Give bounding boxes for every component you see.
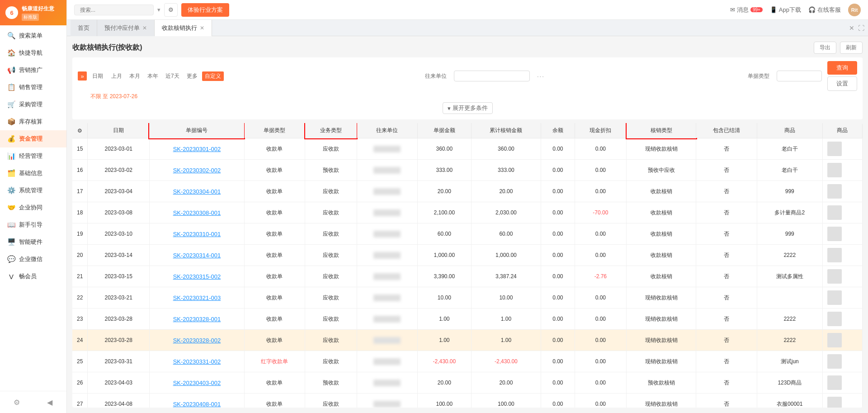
cell-index: 17	[72, 181, 88, 202]
date-more[interactable]: 更多	[184, 71, 200, 81]
app-download-button[interactable]: 📱 App下载	[770, 6, 801, 14]
user-avatar[interactable]: Rit	[848, 4, 861, 16]
order-no-link[interactable]: SK-20230331-002	[173, 358, 221, 365]
order-no-link[interactable]: SK-20230328-001	[173, 316, 221, 323]
settings-icon[interactable]: ⚙	[9, 395, 24, 409]
col-order-no-header: 单据编号	[149, 123, 244, 138]
cell-include-settled: 否	[696, 287, 757, 309]
partner-input[interactable]	[454, 71, 530, 81]
sidebar-item-finance[interactable]: 💰资金管理	[0, 130, 66, 147]
cell-date: 2023-04-03	[88, 372, 150, 394]
filter-toggle-button[interactable]: »	[78, 71, 87, 81]
sidebar-item-search[interactable]: 🔍搜索菜单	[0, 27, 66, 44]
sidebar-item-guide[interactable]: 📖新手引导	[0, 216, 66, 233]
operation-icon: 📊	[7, 152, 15, 160]
order-no-link[interactable]: SK-20230315-002	[173, 273, 221, 280]
tab-close-icon[interactable]: ✕	[200, 25, 204, 31]
date-last-month[interactable]: 上月	[108, 71, 125, 81]
wechat-icon: 💬	[7, 255, 15, 263]
collapse-icon[interactable]: ◀	[42, 395, 57, 409]
refresh-button[interactable]: 刷新	[840, 42, 863, 54]
table-settings-header[interactable]: ⚙	[72, 123, 88, 138]
order-no-link[interactable]: SK-20230408-001	[173, 401, 221, 408]
order-no-link[interactable]: SK-20230302-002	[173, 167, 221, 174]
cell-goods: 老白干	[757, 160, 822, 181]
order-no-link[interactable]: SK-20230301-002	[173, 146, 221, 152]
logo-text: 畅康道好生意 标推版	[22, 5, 54, 21]
export-button[interactable]: 导出	[814, 42, 836, 54]
partner-more-icon[interactable]: ···	[537, 73, 545, 80]
order-no-link[interactable]: SK-20230314-001	[173, 252, 221, 259]
search-input[interactable]	[74, 5, 154, 15]
dropdown-arrow-icon[interactable]: ▾	[157, 6, 160, 13]
cell-biz-type: 应收款	[305, 223, 357, 245]
sidebar-item-wechat[interactable]: 💬企业微信	[0, 251, 66, 268]
cell-include-settled: 否	[696, 309, 757, 330]
cell-goods-img	[822, 309, 862, 330]
message-button[interactable]: ✉ 消息 99+	[730, 6, 763, 14]
cell-biz-type: 预收款	[305, 160, 357, 181]
sidebar-item-marketing[interactable]: 📢营销推广	[0, 62, 66, 79]
cell-amount: 20.00	[417, 181, 471, 202]
sidebar-item-system[interactable]: ⚙️系统管理	[0, 182, 66, 199]
cell-order-no: SK-20230331-002	[149, 351, 244, 372]
sidebar-item-member[interactable]: V畅会员	[0, 268, 66, 285]
table-row: 20 2023-03-14 SK-20230314-001 收款单 应收款 1,…	[72, 245, 863, 266]
cell-partner	[357, 245, 417, 266]
sidebar-item-quick[interactable]: 🏠快捷导航	[0, 44, 66, 62]
maximize-icon[interactable]: ⛶	[858, 24, 864, 32]
cell-include-settled: 否	[696, 330, 757, 351]
date-this-year[interactable]: 本年	[145, 71, 161, 81]
sidebar-item-purchase[interactable]: 🛒采购管理	[0, 96, 66, 113]
tab-prepay[interactable]: 预付冲应付单✕	[97, 20, 155, 36]
cell-amount: 100.00	[417, 394, 471, 408]
tabbar: 首页预付冲应付单✕收款核销执行✕ ✕ ⛶	[67, 20, 868, 36]
close-all-tabs-icon[interactable]: ✕	[849, 24, 854, 32]
online-service-button[interactable]: 🎧 在线客服	[808, 6, 841, 14]
cell-date: 2023-03-28	[88, 330, 150, 351]
order-no-link[interactable]: SK-20230321-003	[173, 294, 221, 301]
sidebar-item-label: 基础信息	[19, 169, 42, 177]
cell-date: 2023-03-08	[88, 202, 150, 223]
cell-date: 2023-04-08	[88, 394, 150, 408]
expand-conditions-button[interactable]: ▾ 展开更多条件	[443, 102, 493, 114]
order-no-link[interactable]: SK-20230328-002	[173, 337, 221, 344]
filter-settings-button[interactable]: 设置	[827, 76, 857, 91]
tab-verify[interactable]: 收款核销执行✕	[155, 20, 212, 36]
sidebar-item-label: 新手引导	[19, 221, 42, 229]
order-type-select[interactable]	[777, 71, 822, 81]
date-custom-button[interactable]: 自定义	[202, 71, 224, 81]
date-last-7-days[interactable]: 近7天	[163, 71, 182, 81]
date-this-month[interactable]: 本月	[127, 71, 143, 81]
order-no-link[interactable]: SK-20230403-002	[173, 380, 221, 386]
guide-icon: 📖	[7, 221, 15, 229]
sidebar-item-basic[interactable]: 🗂️基础信息	[0, 165, 66, 182]
sidebar-item-label: 系统管理	[19, 186, 42, 195]
tab-home[interactable]: 首页	[71, 20, 97, 36]
cell-order-type: 收款单	[244, 245, 305, 266]
sidebar-item-inventory[interactable]: 📦库存核算	[0, 113, 66, 130]
industry-solution-button[interactable]: 体验行业方案	[181, 3, 229, 17]
cell-biz-type: 应收款	[305, 394, 357, 408]
sidebar-item-hardware[interactable]: 🖥️智能硬件	[0, 233, 66, 251]
cell-goods-img	[822, 223, 862, 245]
topbar-gear-button[interactable]: ⚙	[164, 3, 178, 17]
cell-order-type: 收款单	[244, 181, 305, 202]
cell-order-type: 收款单	[244, 266, 305, 287]
order-no-link[interactable]: SK-20230308-001	[173, 209, 221, 216]
cell-discount: 0.00	[575, 394, 626, 408]
sidebar-item-sales[interactable]: 📋销售管理	[0, 79, 66, 96]
sidebar-item-label: 智能硬件	[19, 238, 42, 246]
cell-discount: 0.00	[575, 223, 626, 245]
tab-close-icon[interactable]: ✕	[142, 25, 147, 31]
cell-goods: 多计量商品2	[757, 202, 822, 223]
query-button[interactable]: 查询	[827, 61, 857, 75]
cell-goods: 2222	[757, 309, 822, 330]
order-no-link[interactable]: SK-20230304-001	[173, 188, 221, 195]
cell-goods-img	[822, 351, 862, 372]
cell-partner	[357, 160, 417, 181]
order-no-link[interactable]: SK-20230310-001	[173, 231, 221, 237]
sidebar-item-label: 搜索菜单	[19, 32, 42, 40]
sidebar-item-operation[interactable]: 📊经营管理	[0, 147, 66, 165]
sidebar-item-enterprise[interactable]: 🤝企业协同	[0, 199, 66, 216]
